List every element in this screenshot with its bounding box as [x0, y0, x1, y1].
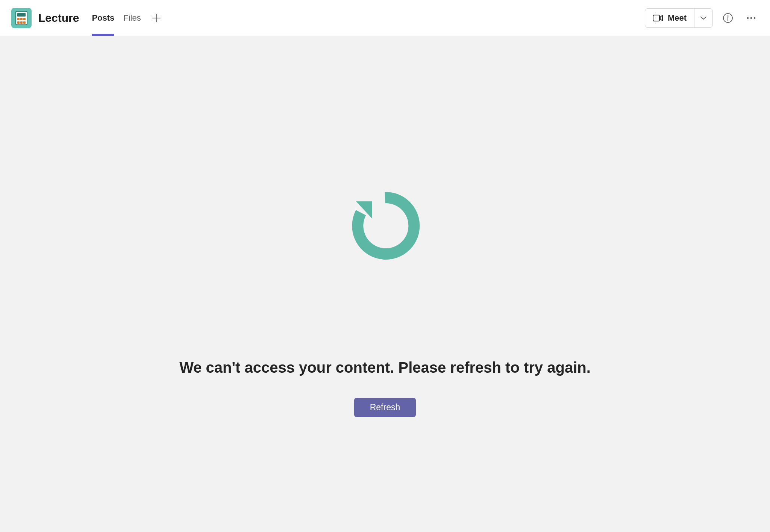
svg-point-14 [747, 17, 749, 19]
svg-point-15 [750, 17, 752, 19]
main-content: We can't access your content. Please ref… [0, 36, 770, 532]
svg-point-16 [754, 17, 756, 19]
info-icon [723, 13, 733, 23]
svg-point-12 [727, 15, 728, 16]
svg-rect-2 [17, 18, 20, 20]
channel-title: Lecture [38, 12, 79, 24]
chevron-down-icon [700, 16, 707, 20]
tabs: Posts Files [87, 0, 165, 36]
tab-files[interactable]: Files [119, 0, 145, 36]
svg-rect-7 [23, 21, 26, 24]
tab-posts[interactable]: Posts [87, 0, 119, 36]
tab-label: Files [123, 13, 141, 23]
add-tab-button[interactable] [148, 0, 165, 36]
svg-rect-4 [23, 18, 26, 20]
refresh-arrow-icon [346, 186, 424, 265]
calculator-icon [15, 11, 28, 26]
error-message: We can't access your content. Please ref… [179, 359, 591, 376]
header: Lecture Posts Files Meet [0, 0, 770, 36]
channel-icon [11, 8, 32, 28]
refresh-illustration [346, 186, 424, 265]
refresh-button[interactable]: Refresh [354, 398, 416, 417]
info-button[interactable] [720, 10, 736, 26]
meet-label: Meet [668, 13, 687, 23]
tab-label: Posts [92, 13, 114, 23]
svg-rect-5 [17, 21, 20, 24]
plus-icon [152, 13, 161, 23]
svg-rect-6 [20, 21, 23, 24]
svg-rect-1 [17, 13, 26, 17]
more-button[interactable] [743, 10, 759, 26]
more-icon [746, 17, 756, 20]
meet-dropdown-button[interactable] [694, 9, 712, 27]
svg-rect-3 [20, 18, 23, 20]
svg-rect-10 [653, 15, 659, 21]
video-icon [653, 14, 663, 22]
meet-button[interactable]: Meet [645, 9, 694, 27]
meet-button-group: Meet [645, 8, 713, 28]
